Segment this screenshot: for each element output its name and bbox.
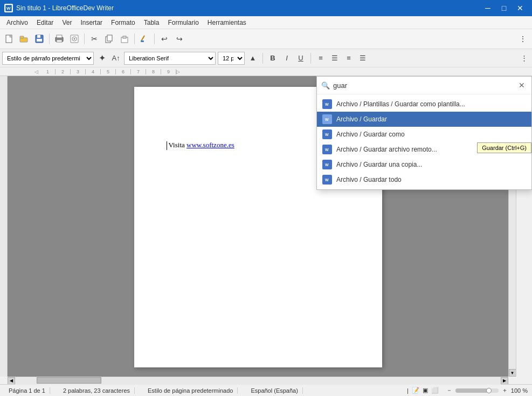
result-label-2: Archivo / Guardar <box>336 115 387 123</box>
scroll-down-button[interactable]: ▼ <box>509 369 516 377</box>
doc-link[interactable]: www.softzone.es <box>186 141 234 149</box>
print-button[interactable] <box>52 32 66 46</box>
status-page-style: Estilo de página predeterminado <box>143 387 238 394</box>
svg-text:W: W <box>325 163 329 167</box>
bold-button[interactable]: B <box>267 52 279 64</box>
zoom-slider[interactable] <box>455 388 499 393</box>
font-size-increase[interactable]: ▲ <box>247 52 259 64</box>
svg-text:W: W <box>325 148 329 152</box>
search-close-button[interactable]: ✕ <box>516 80 527 91</box>
zoom-thumb[interactable] <box>486 388 492 393</box>
search-input[interactable] <box>333 81 513 90</box>
search-result-5[interactable]: W Archivo / Guardar una copia... <box>317 157 531 172</box>
svg-rect-7 <box>37 35 40 38</box>
search-popup: 🔍 ✕ W Archivo / Plantillas / Guardar com… <box>316 76 532 190</box>
svg-line-19 <box>141 36 144 41</box>
zoom-out-icon[interactable]: － <box>446 386 452 394</box>
search-result-6[interactable]: W Archivo / Guardar todo <box>317 172 531 187</box>
result-label-1: Archivo / Plantillas / Guardar como plan… <box>336 100 465 108</box>
search-result-2[interactable]: W Archivo / Guardar <box>317 112 531 127</box>
font-sep-1 <box>262 53 263 64</box>
result-icon-2: W <box>322 114 332 124</box>
svg-text:W: W <box>325 103 329 106</box>
copy-button[interactable] <box>102 32 116 46</box>
font-toolbar-more[interactable]: ⋮ <box>518 52 530 64</box>
preview-button[interactable] <box>67 32 81 46</box>
align-center[interactable]: ☰ <box>329 52 341 64</box>
zoom-in-icon[interactable]: ＋ <box>502 386 508 394</box>
result-label-5: Archivo / Guardar una copia... <box>336 161 422 168</box>
menu-editar[interactable]: Editar <box>32 16 58 29</box>
result-icon-6: W <box>322 175 332 185</box>
format-paintbrush[interactable] <box>137 32 151 46</box>
svg-rect-5 <box>20 36 24 38</box>
word-count: 2 palabras, 23 caracteres <box>63 387 130 394</box>
font-sep-2 <box>310 53 311 64</box>
menu-ver[interactable]: Ver <box>58 16 76 29</box>
paragraph-style-select[interactable]: Estilo de párrafo predetermi <box>2 52 94 65</box>
svg-rect-18 <box>123 36 126 38</box>
font-size-select[interactable]: 12 pt <box>218 52 245 65</box>
result-icon-3: W <box>322 129 332 139</box>
page-style: Estilo de página predeterminado <box>148 387 233 394</box>
menu-herramientas[interactable]: Herramientas <box>203 16 251 29</box>
align-justify[interactable]: ☰ <box>357 52 369 64</box>
italic-button[interactable]: I <box>281 52 293 64</box>
underline-button[interactable]: U <box>295 52 307 64</box>
menu-insertar[interactable]: Insertar <box>76 16 107 29</box>
view-web-icon: ⬜ <box>431 387 439 394</box>
ruler: ◁ 1 2 3 4 5 6 7 8 9 ▷ <box>0 67 532 76</box>
scroll-left-button[interactable]: ◀ <box>8 377 15 385</box>
close-button[interactable]: ✕ <box>513 2 528 14</box>
language-info: Español (España) <box>251 387 298 394</box>
undo-button[interactable]: ↩ <box>157 32 171 46</box>
svg-point-14 <box>74 38 75 40</box>
toolbar-sep-2 <box>84 33 85 44</box>
new-style-button[interactable]: ✦ <box>96 52 108 64</box>
status-icons: | 📝 ▣ ⬜ － ＋ 100 % <box>407 386 528 394</box>
align-left[interactable]: ≡ <box>315 52 327 64</box>
menu-tabla[interactable]: Tabla <box>140 16 164 29</box>
app-icon: W <box>4 4 13 12</box>
page-info: Página 1 de 1 <box>9 387 45 394</box>
save-button[interactable] <box>32 32 46 46</box>
result-label-4: Archivo / Guardar archivo remoto... <box>336 146 437 153</box>
svg-text:W: W <box>325 118 329 121</box>
toolbar-more-1[interactable]: ⋮ <box>516 32 530 46</box>
menu-archivo[interactable]: Archivo <box>2 16 32 29</box>
scroll-track-h[interactable] <box>15 377 501 385</box>
menu-formato[interactable]: Formato <box>107 16 140 29</box>
minimize-button[interactable]: ─ <box>480 2 495 14</box>
doc-text-before-link: Visita <box>169 141 187 149</box>
menu-bar: Archivo Editar Ver Insertar Formato Tabl… <box>0 16 532 29</box>
status-bar: Página 1 de 1 2 palabras, 23 caracteres … <box>0 384 532 396</box>
horizontal-scrollbar[interactable]: ◀ ▶ <box>8 377 508 384</box>
maximize-button[interactable]: □ <box>496 2 512 14</box>
scroll-right-button[interactable]: ▶ <box>501 377 508 385</box>
result-label-6: Archivo / Guardar todo <box>336 176 402 183</box>
title-bar: W Sin titulo 1 - LibreOfficeDev Writer ─… <box>0 0 532 16</box>
font-name-select[interactable]: Liberation Serif <box>124 52 216 65</box>
result-label-3: Archivo / Guardar como <box>336 131 405 138</box>
svg-rect-10 <box>57 35 62 38</box>
redo-button[interactable]: ↪ <box>172 32 186 46</box>
open-button[interactable] <box>17 32 31 46</box>
font-toolbar: Estilo de párrafo predetermi ✦ A↑ Libera… <box>0 49 532 67</box>
align-right[interactable]: ≡ <box>343 52 355 64</box>
search-magnifier-icon: 🔍 <box>321 81 330 90</box>
search-result-1[interactable]: W Archivo / Plantillas / Guardar como pl… <box>317 97 531 112</box>
paste-button[interactable] <box>118 32 132 46</box>
search-result-3[interactable]: W Archivo / Guardar como Guardar (Ctrl+G… <box>317 127 531 142</box>
new-button[interactable] <box>2 32 16 46</box>
view-normal-icon: ▣ <box>423 387 428 394</box>
svg-rect-8 <box>37 39 42 42</box>
svg-text:W: W <box>6 6 11 11</box>
scroll-thumb-h[interactable] <box>37 377 101 384</box>
window-title: Sin titulo 1 - LibreOfficeDev Writer <box>16 4 114 12</box>
menu-formulario[interactable]: Formulario <box>163 16 203 29</box>
zoom-level: 100 % <box>511 387 528 394</box>
search-results: W Archivo / Plantillas / Guardar como pl… <box>317 94 531 189</box>
search-result-4[interactable]: W Archivo / Guardar archivo remoto... <box>317 142 531 157</box>
cut-button[interactable]: ✂ <box>87 32 101 46</box>
update-style-button[interactable]: A↑ <box>110 52 122 64</box>
